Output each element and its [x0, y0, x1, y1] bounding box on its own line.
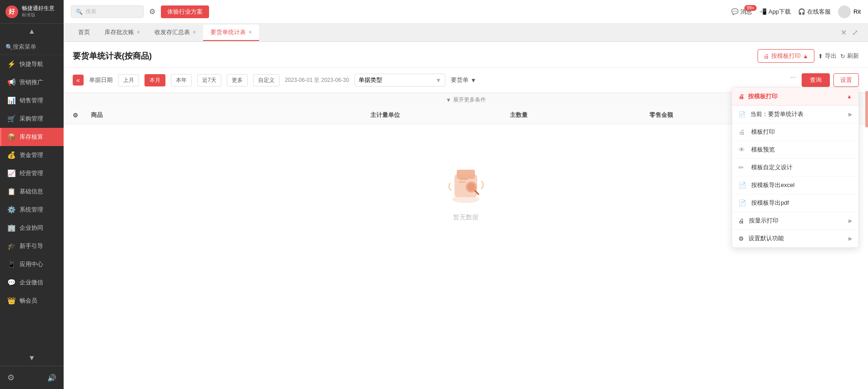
avatar	[838, 5, 851, 18]
btn-query[interactable]: 查询	[802, 73, 830, 87]
dropdown-template-custom[interactable]: ✏ 模板自定义设计	[732, 159, 858, 177]
sidebar-item-sales[interactable]: 📊 销售管理	[0, 91, 64, 110]
date-btn-custom[interactable]: 自定义	[253, 74, 279, 86]
sidebar-item-enterprise[interactable]: 🏢 企业协同	[0, 219, 64, 237]
bill-type-select[interactable]: 单据类型 ▼	[354, 74, 445, 86]
dropdown-template-excel[interactable]: 📄 按模板导出excel	[732, 177, 858, 194]
sidebar-scroll-down[interactable]: ▼	[26, 352, 37, 364]
tab-expand-main[interactable]: ⤢	[849, 27, 861, 38]
messages-btn[interactable]: 💬 消息 99+	[731, 8, 752, 16]
btn-export[interactable]: ⬆ 导出	[818, 52, 837, 60]
btn-refresh[interactable]: ↻ 刷新	[840, 52, 859, 60]
sidebar-item-app-center[interactable]: 📱 应用中心	[0, 255, 64, 273]
dropdown-template-preview[interactable]: 👁 模板预览	[732, 141, 858, 159]
sidebar-item-quick-nav[interactable]: ⚡ 快捷导航	[0, 55, 64, 73]
user-name: Rit	[853, 8, 861, 15]
tab-receipt-summary-close[interactable]: ×	[193, 29, 196, 35]
tab-order-stats-close[interactable]: ×	[249, 29, 252, 35]
resize-handle[interactable]	[865, 91, 868, 127]
system-icon: ⚙️	[7, 205, 16, 214]
app-edition: 标准版	[22, 12, 55, 18]
page-area: 要货单统计表(按商品) 🖨 按模板打印 ▲ ⬆ 导出 ↻ 刷新	[64, 42, 868, 389]
dropdown-header[interactable]: 🖨 按模板打印 ▲	[732, 88, 858, 106]
trial-btn[interactable]: 体验行业方案	[161, 5, 209, 18]
sidebar-item-purchase[interactable]: 🛒 采购管理	[0, 110, 64, 128]
page-header-actions: 🖨 按模板打印 ▲ ⬆ 导出 ↻ 刷新	[758, 49, 859, 63]
date-btn-this-month[interactable]: 本月	[145, 74, 165, 86]
sidebar-scroll-up[interactable]: ▲	[26, 25, 37, 37]
sidebar-item-inventory[interactable]: 📦 库存核算	[0, 128, 64, 146]
topbar-gear-icon[interactable]: ⚙	[149, 7, 155, 16]
order-category[interactable]: 要货单 ▼	[451, 76, 476, 84]
app-download-btn[interactable]: 📲 App下载	[759, 8, 791, 16]
sidebar-item-label: 企业微信	[20, 278, 43, 287]
tab-inventory-batch-close[interactable]: ×	[137, 29, 140, 35]
app-download-icon: 📲	[759, 8, 767, 15]
app-center-icon: 📱	[7, 260, 16, 269]
sidebar-item-newbie[interactable]: 🎓 新手引导	[0, 237, 64, 255]
operations-icon: 📈	[7, 169, 16, 178]
enterprise-icon: 🏢	[7, 223, 16, 232]
page-header: 要货单统计表(按商品) 🖨 按模板打印 ▲ ⬆ 导出 ↻ 刷新	[64, 42, 868, 68]
dropdown-template-pdf[interactable]: 📄 按模板导出pdf	[732, 194, 858, 212]
sidebar-item-label: 库存核算	[20, 133, 43, 141]
tab-inventory-batch[interactable]: 库存批次账 ×	[97, 25, 147, 41]
table-settings-icon[interactable]: ⚙	[73, 112, 78, 119]
user-btn[interactable]: Rit	[838, 5, 861, 18]
dropdown-default-func[interactable]: ⚙ 设置默认功能 ▶	[732, 230, 858, 248]
tab-order-stats[interactable]: 要货单统计表 ×	[203, 25, 259, 41]
btn-print[interactable]: 🖨 按模板打印 ▲	[758, 49, 814, 63]
dropdown-current-label: 当前：要货单统计表	[750, 110, 803, 118]
sidebar-nav: ⚡ 快捷导航 📢 营销推广 📊 销售管理 🛒 采购管理 📦 库存核算 💰 资金管…	[0, 55, 64, 350]
tab-close-main[interactable]: ✕	[838, 27, 849, 38]
tab-receipt-summary[interactable]: 收发存汇总表 ×	[147, 25, 203, 41]
tab-order-stats-label: 要货单统计表	[210, 28, 246, 36]
sidebar-item-label: 采购管理	[20, 115, 43, 123]
online-service-btn[interactable]: 🎧 在线客服	[798, 8, 831, 16]
sidebar-item-enterprise-wechat[interactable]: 💬 企业微信	[0, 273, 64, 292]
date-btn-last-month[interactable]: 上月	[118, 74, 139, 86]
svg-rect-7	[459, 182, 465, 182]
date-btn-more[interactable]: 更多	[227, 74, 248, 86]
order-category-arrow: ▼	[470, 77, 476, 84]
empty-text: 暂无数据	[453, 213, 479, 222]
search-icon: 🔍	[5, 44, 13, 51]
filter-expand-btn[interactable]: «	[73, 75, 84, 86]
sidebar-footer: ⚙ 🔊	[0, 366, 64, 389]
more-options-icon[interactable]: ···	[788, 73, 798, 87]
sidebar-item-operations[interactable]: 📈 经营管理	[0, 164, 64, 182]
col-settings[interactable]: ⚙	[73, 112, 91, 119]
speaker-icon[interactable]: 🔊	[45, 372, 58, 384]
sidebar-item-label: 基础信息	[20, 187, 43, 196]
dropdown-close-arrow[interactable]: ▲	[847, 93, 852, 100]
sidebar-item-finance[interactable]: 💰 资金管理	[0, 146, 64, 164]
sidebar-item-marketing[interactable]: 📢 营销推广	[0, 73, 64, 91]
bill-type-arrow-icon: ▼	[435, 77, 441, 84]
topbar-search-box[interactable]: 🔍 搜索	[71, 5, 144, 18]
topbar-right: 💬 消息 99+ 📲 App下载 🎧 在线客服 Rit	[731, 5, 861, 18]
member-icon: 👑	[7, 296, 16, 305]
sidebar-item-label: 应用中心	[20, 260, 43, 268]
col-unit-header: 主计量单位	[370, 111, 510, 119]
date-btn-7days[interactable]: 近7天	[197, 74, 221, 86]
sidebar-item-system[interactable]: ⚙️ 系统管理	[0, 201, 64, 219]
col-product-header: 商品	[91, 111, 370, 119]
date-btn-this-year[interactable]: 本年	[171, 74, 192, 86]
settings-footer-icon[interactable]: ⚙	[5, 371, 16, 384]
dropdown-display-print[interactable]: 🖨 按显示打印 ▶	[732, 212, 858, 230]
sidebar-search[interactable]: 🔍 搜索菜单	[0, 39, 64, 55]
inventory-icon: 📦	[7, 132, 16, 141]
sidebar-item-label: 系统管理	[20, 206, 43, 214]
sidebar-item-label: 快捷导航	[20, 60, 43, 68]
template-preview-icon: 👁	[738, 146, 747, 153]
sidebar-item-member[interactable]: 👑 畅会员	[0, 292, 64, 310]
btn-filter-settings[interactable]: 设置	[833, 73, 859, 87]
tab-home[interactable]: 首页	[71, 25, 97, 41]
dropdown-template-print[interactable]: 🖨 模板打印	[732, 123, 858, 141]
sidebar-item-label: 营销推广	[20, 78, 43, 86]
sidebar-item-basic-info[interactable]: 📋 基础信息	[0, 182, 64, 201]
display-print-expand-arrow: ▶	[848, 218, 852, 224]
expand-more-icon: ▼	[446, 97, 451, 103]
message-icon: 💬	[731, 8, 738, 15]
dropdown-current-item[interactable]: 📄 当前：要货单统计表 ▶	[732, 106, 858, 123]
